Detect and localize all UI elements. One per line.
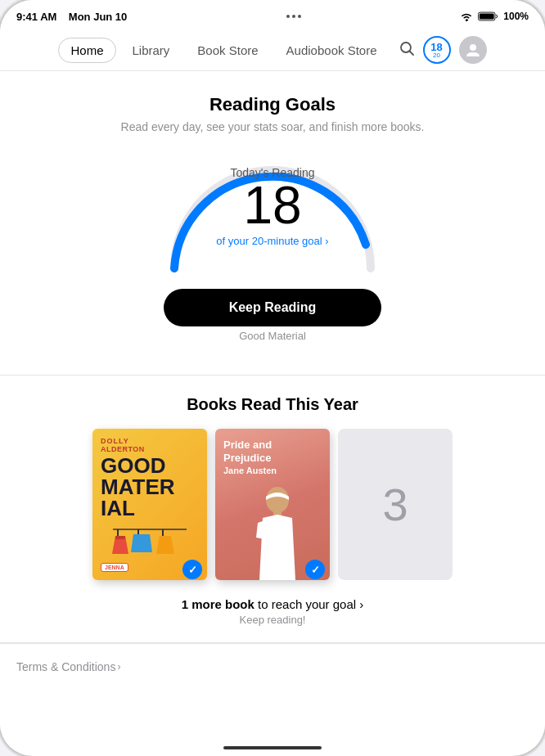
book-item-2[interactable]: Pride andPrejudice Jane Austen — [215, 429, 330, 584]
search-icon[interactable] — [399, 40, 415, 61]
goal-main-text[interactable]: 1 more book to reach your goal › — [16, 597, 529, 611]
reading-badge[interactable]: 18 20 — [423, 36, 451, 64]
nav-home[interactable]: Home — [58, 38, 115, 63]
home-indicator — [223, 746, 322, 749]
battery-icon — [478, 11, 498, 21]
dot3 — [298, 15, 301, 18]
svg-rect-7 — [117, 529, 119, 536]
clothes-illustration — [101, 522, 199, 563]
status-right: 100% — [460, 11, 529, 22]
nav-library[interactable]: Library — [121, 38, 182, 62]
wifi-icon — [460, 11, 473, 21]
gauge-center-text: Today's Reading 18 of your 20-minute goa… — [158, 166, 387, 247]
terms-label: Terms & Conditions — [16, 660, 115, 673]
jenna-badge: JENNA — [101, 563, 128, 572]
book1-author-sub: ALDERTON — [101, 445, 199, 453]
gauge-container: Today's Reading 18 of your 20-minute goa… — [158, 150, 387, 272]
svg-rect-9 — [137, 529, 139, 534]
book-placeholder: 3 — [338, 429, 453, 580]
book-cover-good-material: DOLLY ALDERTON GOOD MATER IAL — [92, 429, 207, 580]
placeholder-number: 3 — [382, 478, 408, 531]
footer-section: Terms & Conditions › — [0, 643, 545, 686]
reading-goals-title: Reading Goals — [16, 94, 529, 115]
keep-reading-button[interactable]: Keep Reading — [164, 289, 382, 326]
goal-chevron: › — [325, 235, 328, 247]
pp-title: Pride andPrejudice — [223, 439, 322, 464]
nav-bar: Home Library Book Store Audiobook Store … — [0, 29, 545, 71]
dot2 — [292, 15, 295, 18]
book1-title-line3: IAL — [101, 497, 199, 519]
svg-point-11 — [266, 487, 289, 513]
keep-reading-sub: Keep reading! — [16, 614, 529, 626]
goal-sublabel[interactable]: of your 20-minute goal › — [158, 235, 387, 247]
nav-audiobook[interactable]: Audiobook Store — [275, 38, 389, 62]
status-center-dots — [286, 15, 301, 18]
book-cover-pride-prejudice: Pride andPrejudice Jane Austen — [215, 429, 330, 580]
reading-goals-section: Reading Goals Read every day, see your s… — [0, 71, 545, 375]
svg-rect-10 — [162, 529, 164, 536]
main-content: Reading Goals Read every day, see your s… — [0, 71, 545, 749]
book1-checkmark: ✓ — [182, 560, 202, 579]
bottom-spacer — [0, 686, 545, 719]
book1-top-text: DOLLY — [101, 437, 199, 445]
reading-goals-subtitle: Read every day, see your stats soar, and… — [16, 120, 529, 133]
books-grid: DOLLY ALDERTON GOOD MATER IAL — [16, 429, 529, 584]
dot1 — [286, 15, 290, 18]
book1-title-line1: GOOD — [101, 455, 199, 476]
book2-checkmark: ✓ — [305, 560, 325, 579]
battery-percent: 100% — [503, 11, 529, 22]
badge-number: 18 — [430, 42, 442, 52]
books-section: Books Read This Year DOLLY ALDERTON GOOD… — [0, 376, 545, 642]
terms-chevron-icon: › — [117, 661, 120, 673]
goal-count: 1 more book — [182, 597, 254, 611]
time: 9:41 AM — [16, 11, 56, 23]
svg-point-0 — [466, 20, 467, 21]
book-item-3[interactable]: 3 — [338, 429, 453, 584]
status-time: 9:41 AM Mon Jun 10 — [16, 11, 127, 23]
person-silhouette — [246, 482, 312, 580]
status-bar: 9:41 AM Mon Jun 10 100% — [0, 0, 545, 29]
svg-line-4 — [409, 51, 413, 55]
current-book-title: Good Material — [16, 330, 529, 342]
goal-suffix: to reach your goal — [254, 597, 359, 611]
svg-rect-2 — [480, 13, 494, 19]
pp-author: Jane Austen — [223, 466, 322, 475]
book1-title-line2: MATER — [101, 476, 199, 497]
goal-chevron2: › — [359, 597, 363, 611]
svg-rect-8 — [115, 536, 125, 539]
badge-sub: 20 — [433, 52, 440, 59]
books-goal-text: 1 more book to reach your goal › Keep re… — [16, 597, 529, 626]
nav-bookstore[interactable]: Book Store — [186, 38, 269, 62]
terms-conditions-link[interactable]: Terms & Conditions › — [16, 660, 529, 673]
books-section-title: Books Read This Year — [16, 395, 529, 414]
book-item-1[interactable]: DOLLY ALDERTON GOOD MATER IAL — [92, 429, 207, 584]
profile-icon[interactable] — [459, 36, 487, 64]
svg-point-5 — [470, 44, 476, 51]
date: Mon Jun 10 — [69, 11, 128, 23]
ipad-frame: 9:41 AM Mon Jun 10 100% — [0, 0, 545, 756]
reading-minutes: 18 — [158, 179, 387, 232]
